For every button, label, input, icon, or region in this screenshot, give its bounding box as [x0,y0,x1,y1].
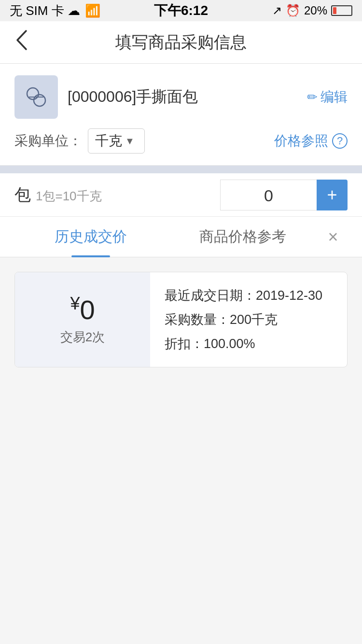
history-card: ¥0 交易2次 最近成交日期：2019-12-30 采购数量：200千克 折扣：… [14,272,348,367]
battery-icon [331,5,352,16]
history-trades-count: 交易2次 [60,329,105,346]
purchase-qty-line: 采购数量：200千克 [165,311,333,328]
status-right: ↗ ⏰ 20% [272,4,352,17]
discount-label: 折扣： [165,336,204,351]
unit-value: 千克 [95,132,122,150]
battery-percent: 20% [304,4,327,17]
status-time: 下午6:12 [154,1,208,20]
quantity-plus-button[interactable]: + [317,180,348,210]
alarm-icon: ⏰ [286,4,300,17]
purchase-qty-value: 200千克 [230,312,278,327]
unit-section: 采购单位： 千克 ▼ [14,128,145,154]
location-icon: ↗ [272,4,282,17]
unit-label: 采购单位： [14,132,82,150]
price-number: 0 [80,294,95,324]
tab-history-price[interactable]: 历史成交价 [14,217,167,257]
status-bar: 无 SIM 卡 ☁ 📶 下午6:12 ↗ ⏰ 20% [0,0,362,21]
product-thumbnail [14,75,58,119]
quantity-input-section: 0 + [220,180,348,210]
history-details-section: 最近成交日期：2019-12-30 采购数量：200千克 折扣：100.00% [150,272,347,367]
header: 填写商品采购信息 [0,21,362,64]
recent-date-value: 2019-12-30 [256,288,322,303]
dropdown-arrow-icon: ▼ [125,136,135,147]
discount-line: 折扣：100.00% [165,335,333,352]
page-title: 填写商品采购信息 [115,31,247,54]
wifi-icon: 📶 [85,3,100,18]
recent-date-label: 最近成交日期： [165,288,256,303]
price-reference-button[interactable]: 价格参照 ? [274,132,348,150]
back-button[interactable] [10,24,33,60]
tab-product-price-ref[interactable]: 商品价格参考 [167,217,319,257]
history-price-value: ¥0 [70,294,95,325]
edit-icon: ✏ [307,90,318,105]
history-content: ¥0 交易2次 最近成交日期：2019-12-30 采购数量：200千克 折扣：… [0,257,362,450]
product-top-row: [0000006]手撕面包 ✏ 编辑 [14,75,348,119]
edit-button[interactable]: ✏ 编辑 [307,88,348,106]
edit-label: 编辑 [320,88,348,106]
yen-symbol: ¥ [70,294,80,313]
price-ref-label: 价格参照 [274,132,328,150]
product-left: [0000006]手撕面包 [14,75,198,119]
tab-history-label: 历史成交价 [55,227,127,247]
tab-bar: 历史成交价 商品价格参考 × [0,217,362,257]
quantity-conversion: 1包=10千克 [36,188,102,205]
section-divider [0,166,362,173]
help-icon: ? [332,133,348,149]
history-price-section: ¥0 交易2次 [15,272,150,367]
quantity-row: 包 1包=10千克 0 + [0,173,362,217]
tab-active-indicator [71,255,110,257]
product-card: [0000006]手撕面包 ✏ 编辑 采购单位： 千克 ▼ 价格参照 ? [0,64,362,166]
discount-value: 100.00% [204,336,255,351]
svg-point-1 [34,95,45,106]
svg-point-0 [27,88,39,99]
recent-date-line: 最近成交日期：2019-12-30 [165,287,333,304]
quantity-input[interactable]: 0 [220,180,317,210]
purchase-qty-label: 采购数量： [165,312,230,327]
sim-status: 无 SIM 卡 ☁ [10,2,80,19]
unit-dropdown[interactable]: 千克 ▼ [88,128,145,154]
quantity-unit: 包 [14,184,31,206]
tab-price-ref-label: 商品价格参考 [199,227,286,247]
product-name: [0000006]手撕面包 [68,86,198,108]
tab-close-button[interactable]: × [319,223,348,252]
product-bottom-row: 采购单位： 千克 ▼ 价格参照 ? [14,128,348,154]
status-left: 无 SIM 卡 ☁ 📶 [10,2,100,19]
quantity-label-section: 包 1包=10千克 [14,184,102,206]
